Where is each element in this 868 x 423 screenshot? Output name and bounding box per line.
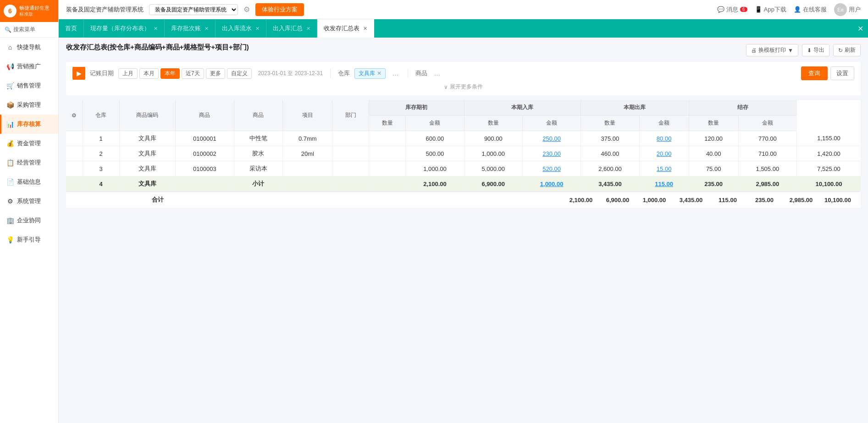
- sidebar-item-guide[interactable]: 💡 新手引导: [0, 230, 58, 249]
- table-footer: 合计 2,100.00 6,900.00 1,000.00 3,435.00 1…: [66, 192, 861, 208]
- sidebar-item-label: 快捷导航: [17, 43, 41, 51]
- sidebar-item-enterprise[interactable]: 🏢 企业协同: [0, 211, 58, 230]
- row-open-amt: 1,000.00: [464, 146, 522, 161]
- row-in-amt: 2,600.00: [581, 161, 639, 176]
- online-service-btn[interactable]: 👤 在线客服: [794, 5, 827, 14]
- tab-collection-summary[interactable]: 收发存汇总表 ✕: [317, 19, 374, 38]
- money-icon: 💰: [6, 140, 14, 147]
- query-btn[interactable]: 查询: [801, 66, 828, 80]
- tab-summary[interactable]: 出入库汇总 ✕: [266, 19, 317, 38]
- tab-close-flow[interactable]: ✕: [255, 26, 260, 32]
- export-btn[interactable]: ⬇ 导出: [802, 44, 829, 56]
- tab-close-inventory-dist[interactable]: ✕: [154, 26, 158, 32]
- chevron-down-icon2: ∨: [444, 84, 448, 90]
- search-icon: 🔍: [5, 27, 11, 33]
- avatar: Ea: [834, 3, 847, 16]
- product-dots[interactable]: …: [434, 70, 440, 77]
- message-btn[interactable]: 💬 消息 6: [717, 5, 747, 14]
- row-out-qty[interactable]: 115.00: [639, 176, 689, 192]
- row-product-spec: [283, 161, 332, 176]
- settings-filter-btn[interactable]: 设置: [830, 66, 854, 80]
- row-no: 4: [83, 176, 119, 192]
- table-row: 1文具库0100001中性笔0.7mm600.00900.00250.00375…: [66, 131, 861, 146]
- close-all-tabs-btn[interactable]: ✕: [857, 24, 863, 33]
- row-out-qty[interactable]: 20.00: [639, 146, 689, 161]
- row-department: [369, 161, 406, 176]
- sidebar-item-label: 库存核算: [17, 120, 41, 128]
- tab-close-collection-summary[interactable]: ✕: [363, 26, 367, 32]
- th-in-qty: 数量: [464, 115, 522, 131]
- th-settings[interactable]: ⚙: [66, 100, 83, 131]
- app-download-btn[interactable]: 📱 App下载: [755, 5, 786, 14]
- tab-close-batch-ledger[interactable]: ✕: [205, 26, 209, 32]
- column-settings-icon[interactable]: ⚙: [72, 112, 77, 119]
- sidebar-item-system[interactable]: ⚙ 系统管理: [0, 192, 58, 211]
- row-open-amt: 900.00: [464, 131, 522, 146]
- row-open-qty: 2,100.00: [406, 176, 464, 192]
- warehouse-tag[interactable]: 文具库 ✕: [354, 68, 386, 79]
- expand-more-row[interactable]: ∨ 展开更多条件: [72, 83, 854, 91]
- row-out-amt: 235.00: [689, 176, 738, 192]
- row-open-amt: 6,900.00: [464, 176, 522, 192]
- this-month-btn[interactable]: 本月: [139, 68, 159, 79]
- this-year-btn[interactable]: 本年: [160, 68, 180, 79]
- warehouse-tag-close[interactable]: ✕: [377, 70, 381, 77]
- table-row: 2文具库0100002胶水20ml500.001,000.00230.00460…: [66, 146, 861, 161]
- last-7-days-btn[interactable]: 近7天: [182, 68, 204, 79]
- row-out-qty[interactable]: 80.00: [639, 131, 689, 146]
- phone-icon: 📱: [755, 6, 762, 13]
- row-product-spec: 0.7mm: [283, 131, 332, 146]
- tab-home[interactable]: 首页: [59, 19, 84, 38]
- row-in-qty[interactable]: 250.00: [522, 131, 581, 146]
- row-out-amt: 75.00: [689, 161, 738, 176]
- tab-close-summary[interactable]: ✕: [306, 26, 310, 32]
- tab-batch-ledger[interactable]: 库存批次账 ✕: [165, 19, 216, 38]
- user-btn[interactable]: Ea 用户: [834, 3, 861, 16]
- row-in-qty[interactable]: 230.00: [522, 146, 581, 161]
- th-warehouse: 仓库: [83, 100, 119, 131]
- row-out-qty[interactable]: 15.00: [639, 161, 689, 176]
- settings-icon[interactable]: ⚙: [243, 5, 250, 14]
- tab-inventory-dist[interactable]: 现存量（库存分布表） ✕: [84, 19, 165, 38]
- box-icon: 📦: [6, 101, 14, 109]
- row-in-qty[interactable]: 1,000.00: [522, 176, 581, 192]
- sidebar-item-label: 资金管理: [17, 139, 41, 148]
- refresh-btn[interactable]: ↻ 刷新: [833, 44, 861, 56]
- logo-area: 6 畅捷通好生意 标准版: [0, 0, 58, 22]
- last-month-btn[interactable]: 上月: [118, 68, 138, 79]
- sidebar-item-label: 基础信息: [17, 178, 41, 186]
- tab-flow[interactable]: 出入库流水 ✕: [216, 19, 266, 38]
- row-in-qty[interactable]: 520.00: [522, 161, 581, 176]
- system-select[interactable]: 装备及固定资产辅助管理系统: [149, 4, 238, 15]
- sidebar-item-inventory[interactable]: 📊 库存核算: [0, 115, 58, 134]
- trial-button[interactable]: 体验行业方案: [255, 3, 304, 16]
- online-service-label: 在线客服: [803, 5, 827, 14]
- search-menu-btn[interactable]: 🔍 搜索菜单: [5, 26, 54, 33]
- th-out-qty: 数量: [581, 115, 639, 131]
- row-bal-amt: 1,420.00: [797, 146, 861, 161]
- row-no: 2: [83, 146, 119, 161]
- sidebar-item-sales[interactable]: 🛒 销售管理: [0, 76, 58, 95]
- row-bal-qty: 710.00: [738, 146, 796, 161]
- row-product-code: [176, 176, 234, 192]
- footer-out-qty: 115.00: [709, 197, 746, 203]
- sidebar-item-finance[interactable]: 💰 资金管理: [0, 134, 58, 153]
- sidebar-item-purchase[interactable]: 📦 采购管理: [0, 95, 58, 115]
- more-btn[interactable]: 更多: [206, 68, 225, 79]
- warehouse-dots[interactable]: …: [392, 70, 398, 77]
- th-in-amt: 金额: [522, 115, 581, 131]
- printer-icon: 🖨: [751, 47, 757, 54]
- sidebar-item-quick-nav[interactable]: ⌂ 快捷导航: [0, 38, 58, 57]
- sidebar-item-marketing[interactable]: 📢 营销推广: [0, 57, 58, 76]
- th-balance-group: 结存: [689, 100, 796, 115]
- sidebar-item-basic-info[interactable]: 📄 基础信息: [0, 172, 58, 192]
- row-department: [369, 176, 406, 192]
- sidebar-search-area[interactable]: 🔍 搜索菜单: [0, 22, 58, 38]
- print-template-btn[interactable]: 🖨 换模板打印 ▼: [746, 44, 798, 56]
- sidebar-item-business[interactable]: 📋 经营管理: [0, 153, 58, 172]
- row-open-qty: 1,000.00: [406, 161, 464, 176]
- data-table-container: ⚙ 仓库 商品编码 商品 商品 项目 部门 库存期初 本期入库 本期出库: [66, 100, 861, 192]
- gear-icon: ⚙: [6, 198, 14, 205]
- custom-btn[interactable]: 自定义: [227, 68, 252, 79]
- filter-expand-btn[interactable]: ▶: [72, 67, 85, 80]
